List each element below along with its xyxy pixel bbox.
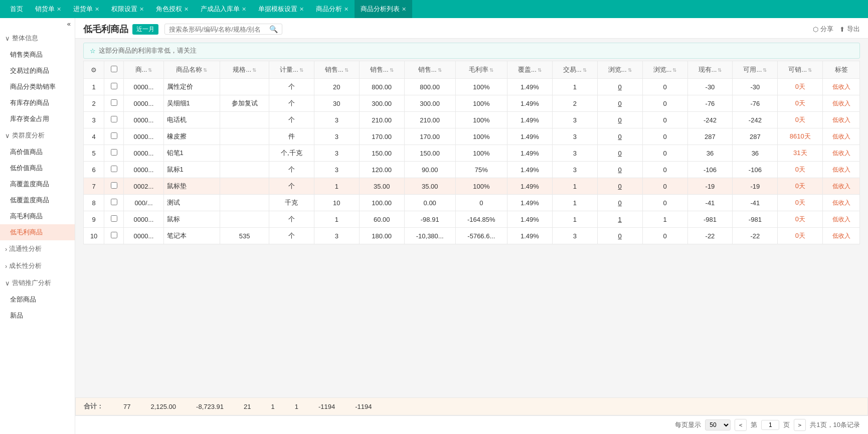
col-saleable[interactable]: 可销...⇅	[778, 61, 823, 79]
warning-text: 这部分商品的利润非常低，请关注	[99, 46, 197, 55]
col-name[interactable]: 商品名称⇅	[163, 61, 220, 79]
sidebar-section-growth[interactable]: › 成长性分析	[0, 257, 75, 274]
nav-purchase[interactable]: 进货单 ✕	[67, 0, 105, 18]
col-checkbox[interactable]	[104, 61, 124, 79]
row-available-4: 36	[733, 145, 778, 162]
sidebar-section-overall[interactable]: ∨ 整体信息	[0, 30, 75, 47]
row-current-stock-7: -41	[687, 195, 733, 211]
col-trade-count[interactable]: 交易...⇅	[552, 61, 597, 79]
row-no-7: 8	[84, 195, 104, 211]
col-sale-qty[interactable]: 销售...⇅	[314, 61, 359, 79]
sidebar-section-marketing[interactable]: ∨ 营销推广分析	[0, 274, 75, 292]
sidebar-item-stock-funds[interactable]: 库存资金占用	[0, 111, 75, 127]
row-checkbox-9[interactable]	[104, 228, 124, 244]
table-row: 7 0002... 鼠标垫 个 1 35.00 35.00 100% 1.49%…	[84, 178, 860, 195]
close-goods-analysis-icon[interactable]: ✕	[344, 6, 349, 13]
sidebar-item-traded-goods[interactable]: 交易过的商品	[0, 63, 75, 79]
total-info: 共1页，10条记录	[810, 420, 860, 429]
row-browse1-2[interactable]: 0	[597, 112, 642, 128]
sidebar-section-cluster[interactable]: ∨ 类群度分析	[0, 127, 75, 144]
sidebar-item-in-stock[interactable]: 有库存的商品	[0, 95, 75, 111]
row-browse1-8[interactable]: 1	[597, 211, 642, 228]
row-checkbox-0[interactable]	[104, 79, 124, 95]
arrow-overall-icon: ∨	[5, 35, 10, 42]
row-checkbox-2[interactable]	[104, 112, 124, 128]
sidebar-item-new-goods[interactable]: 新品	[0, 308, 75, 324]
row-browse1-0[interactable]: 0	[597, 79, 642, 95]
settings-icon[interactable]: ⚙	[91, 66, 97, 74]
nav-goods-analysis-list[interactable]: 商品分析列表 ✕	[355, 0, 412, 18]
col-gross-rate[interactable]: 毛利率⇅	[455, 61, 507, 79]
col-current-stock[interactable]: 现有...⇅	[687, 61, 733, 79]
row-checkbox-8[interactable]	[104, 211, 124, 228]
search-input[interactable]	[169, 26, 269, 33]
share-button[interactable]: ⬡ 分享	[813, 25, 833, 34]
col-unit[interactable]: 计量...⇅	[269, 61, 314, 79]
sidebar-item-high-value[interactable]: 高价值商品	[0, 144, 75, 160]
row-checkbox-3[interactable]	[104, 128, 124, 145]
filter-tag[interactable]: 近一月	[132, 24, 158, 35]
row-browse1-4[interactable]: 0	[597, 145, 642, 162]
select-all-checkbox[interactable]	[111, 66, 117, 72]
export-button[interactable]: ⬆ 导出	[839, 25, 860, 34]
sidebar-item-category-rate[interactable]: 商品分类助销率	[0, 79, 75, 95]
col-tag[interactable]: 标签	[823, 61, 860, 79]
sidebar-item-high-coverage[interactable]: 高覆盖度商品	[0, 176, 75, 192]
close-products-icon[interactable]: ✕	[242, 6, 246, 13]
prev-page-button[interactable]: ＜	[735, 419, 747, 431]
sidebar-item-low-margin[interactable]: 低毛利商品	[0, 224, 75, 240]
nav-products[interactable]: 产成品入库单 ✕	[195, 0, 252, 18]
nav-goods-analysis[interactable]: 商品分析 ✕	[310, 0, 355, 18]
row-checkbox-5[interactable]	[104, 162, 124, 178]
nav-home[interactable]: 首页	[4, 0, 29, 18]
collapse-button[interactable]: «	[0, 18, 75, 30]
row-browse1-7[interactable]: 0	[597, 195, 642, 211]
sidebar-item-low-coverage[interactable]: 低覆盖度商品	[0, 192, 75, 208]
arrow-cluster-icon: ∨	[5, 132, 10, 139]
row-browse1-9[interactable]: 0	[597, 228, 642, 244]
col-settings[interactable]: ⚙	[84, 61, 104, 79]
row-code-0: 0000...	[124, 79, 163, 95]
row-available-2: -242	[733, 112, 778, 128]
row-checkbox-7[interactable]	[104, 195, 124, 211]
row-browse1-5[interactable]: 0	[597, 162, 642, 178]
row-browse1-3[interactable]: 0	[597, 128, 642, 145]
main-layout: « ∨ 整体信息 销售类商品 交易过的商品 商品分类助销率 有库存的商品 库存资…	[0, 18, 868, 434]
close-sales-icon[interactable]: ✕	[57, 6, 61, 13]
row-no-3: 4	[84, 128, 104, 145]
page-size-select[interactable]: 50 100 200	[705, 419, 731, 430]
nav-templates[interactable]: 单据模板设置 ✕	[252, 0, 310, 18]
page-input[interactable]	[761, 420, 779, 430]
row-gross-rate-7: 0	[455, 195, 507, 211]
search-icon[interactable]: 🔍	[269, 25, 278, 33]
sidebar-item-all-goods[interactable]: 全部商品	[0, 292, 75, 308]
row-checkbox-4[interactable]	[104, 145, 124, 162]
nav-permissions[interactable]: 权限设置 ✕	[105, 0, 150, 18]
row-checkbox-1[interactable]	[104, 95, 124, 112]
col-sale-amt[interactable]: 销售...⇅	[359, 61, 404, 79]
row-gross-rate-4: 100%	[455, 145, 507, 162]
col-cover-rate[interactable]: 覆盖...⇅	[507, 61, 552, 79]
col-available[interactable]: 可用...⇅	[733, 61, 778, 79]
sidebar-item-low-value[interactable]: 低价值商品	[0, 160, 75, 176]
close-roles-icon[interactable]: ✕	[184, 6, 189, 13]
row-name-1: 吴细细1	[163, 95, 220, 112]
col-browse1[interactable]: 浏览...⇅	[597, 61, 642, 79]
row-browse1-1[interactable]: 0	[597, 95, 642, 112]
close-permissions-icon[interactable]: ✕	[139, 6, 144, 13]
next-page-button[interactable]: ＞	[794, 419, 806, 431]
col-code[interactable]: 商...⇅	[124, 61, 163, 79]
col-spec[interactable]: 规格...⇅	[220, 61, 269, 79]
close-templates-icon[interactable]: ✕	[299, 6, 304, 13]
close-goods-list-icon[interactable]: ✕	[402, 6, 406, 13]
row-checkbox-6[interactable]	[104, 178, 124, 195]
nav-sales[interactable]: 销货单 ✕	[29, 0, 67, 18]
col-sale-profit[interactable]: 销售...⇅	[404, 61, 455, 79]
close-purchase-icon[interactable]: ✕	[95, 6, 99, 13]
nav-roles[interactable]: 角色授权 ✕	[150, 0, 195, 18]
col-browse2[interactable]: 浏览...⇅	[642, 61, 687, 79]
sidebar-section-liquidity[interactable]: › 流通性分析	[0, 240, 75, 257]
row-browse1-6[interactable]: 0	[597, 178, 642, 195]
sidebar-item-sales-goods[interactable]: 销售类商品	[0, 47, 75, 63]
sidebar-item-high-margin[interactable]: 高毛利商品	[0, 208, 75, 224]
